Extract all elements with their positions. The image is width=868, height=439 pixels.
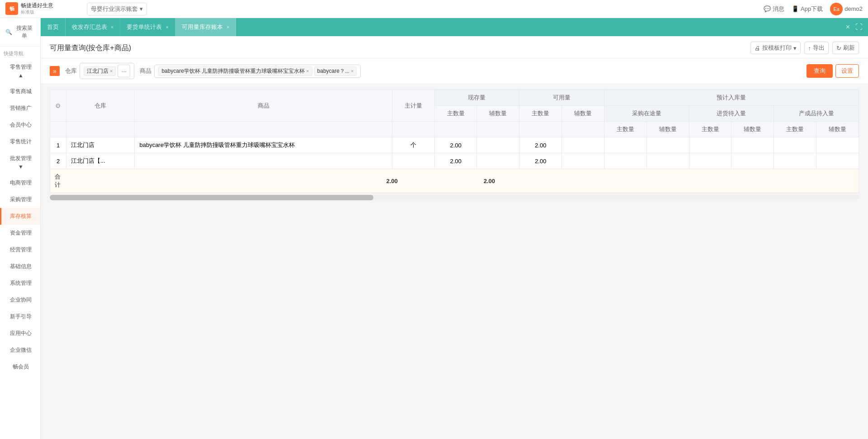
ecommerce-label: 电商管理 (10, 179, 32, 187)
tab-bar-actions: × ⛶ (844, 21, 868, 33)
page-title: 可用量查询(按仓库+商品) (50, 43, 131, 53)
main-layout: 🔍 搜索菜单 快捷导航 零售管理 ▲ 零售商城 营销推广 会员中心 零售统计 批… (0, 18, 868, 439)
tab-close-all-btn[interactable]: × (844, 21, 852, 33)
sidebar-item-basic[interactable]: 基础信息 (0, 258, 40, 275)
col-current-stock-header: 现存量 (434, 90, 519, 106)
settings-btn[interactable]: 设置 (835, 64, 859, 78)
app-download-icon: 📱 (792, 5, 799, 12)
row-current-main: 2.00 (434, 153, 477, 169)
logo-icon: 畅 (5, 2, 18, 15)
sidebar-item-apps[interactable]: 应用中心 (0, 325, 40, 342)
sidebar-search-area: 🔍 搜索菜单 (0, 18, 40, 47)
produced-aux-header: 辅数量 (816, 122, 859, 137)
col-empty7 (519, 122, 562, 137)
wholesale-expand-icon: ▼ (18, 164, 24, 170)
product-tag1-text: babycare学饮杯 儿童防摔防撞吸管杯重力球吸嘴杯宝宝水杯 (161, 67, 305, 75)
content-area: 首页 收发存汇总表 × 要货单统计表 × 可用量库存账本 × × ⛶ (41, 18, 868, 439)
sidebar-item-purchase[interactable]: 采购管理 (0, 191, 40, 208)
product-tag2-close[interactable]: × (351, 68, 354, 74)
filter-actions: 查询 设置 (807, 64, 859, 78)
sidebar-item-system[interactable]: 系统管理 (0, 275, 40, 292)
purchase-main-header: 主数量 (604, 122, 646, 137)
tab-order-stat-close[interactable]: × (165, 24, 168, 30)
row-current-aux (477, 137, 519, 153)
col-empty1 (50, 122, 66, 137)
available-main-qty-header: 主数量 (519, 106, 562, 122)
filter-expand-btn[interactable]: » (50, 66, 60, 76)
product-filter: 商品 babycare学饮杯 儿童防摔防撞吸管杯重力球吸嘴杯宝宝水杯 × bab… (140, 65, 361, 78)
app-download-label: App下载 (801, 5, 823, 13)
search-icon: 🔍 (5, 29, 12, 35)
refresh-label: 刷新 (843, 44, 855, 52)
app-download-btn[interactable]: 📱 App下载 (792, 5, 823, 13)
warehouse-tag-close[interactable]: × (110, 68, 113, 74)
top-bar-right: 💬 消息 📱 App下载 Ea demo2 (764, 3, 863, 15)
template-print-label: 按模板打印 (762, 44, 792, 52)
template-print-btn[interactable]: 🖨 按模板打印 ▾ (750, 42, 801, 54)
basic-label: 基础信息 (10, 263, 32, 270)
horizontal-scrollbar[interactable] (50, 195, 859, 200)
row-produced-main (774, 137, 816, 153)
inventory-label: 库存核算 (10, 212, 32, 220)
row-product (135, 153, 392, 169)
tab-home[interactable]: 首页 (41, 18, 66, 36)
row-incoming-aux (731, 153, 774, 169)
tab-order-stat[interactable]: 要货单统计表 × (120, 18, 175, 36)
purchase-aux-header: 辅数量 (646, 122, 689, 137)
message-btn[interactable]: 💬 消息 (764, 5, 784, 13)
sidebar-item-wechat[interactable]: 企业微信 (0, 342, 40, 359)
sidebar-item-inventory[interactable]: 库存核算 (0, 208, 40, 225)
tab-available-stock-close[interactable]: × (226, 24, 229, 30)
table-area: ⚙ 仓库 商品 主计量 现存量 可用量 预计入库量 主数量 辅数量 (41, 84, 868, 439)
sidebar-item-newbie[interactable]: 新手引导 (0, 308, 40, 325)
row-product: babycare学饮杯 儿童防摔防撞吸管杯重力球吸嘴杯宝宝水杯 (135, 137, 392, 153)
tab-fullscreen-btn[interactable]: ⛶ (854, 21, 864, 33)
sidebar-item-retail-stat[interactable]: 零售统计 (0, 133, 40, 150)
row-current-aux (477, 153, 519, 169)
page-content: 可用量查询(按仓库+商品) 🖨 按模板打印 ▾ ↑ 导出 ↻ 刷新 (41, 36, 868, 439)
apps-label: 应用中心 (10, 330, 32, 337)
warehouse-tag: 江北门店 × (84, 66, 116, 76)
row-available-aux (562, 153, 604, 169)
footer-current-main: 2.00 (368, 178, 416, 184)
store-selector[interactable]: 母婴行业演示账套 ▾ (87, 3, 147, 15)
sidebar-item-enterprise[interactable]: 企业协同 (0, 292, 40, 308)
row-produced-main (774, 153, 816, 169)
warehouse-input[interactable]: 江北门店 × ··· (80, 63, 134, 79)
wechat-label: 企业微信 (10, 346, 32, 354)
sidebar-item-vip[interactable]: 畅会员 (0, 359, 40, 375)
tab-receive-pay[interactable]: 收发存汇总表 × (66, 18, 120, 36)
column-settings-icon[interactable]: ⚙ (55, 102, 61, 109)
sidebar-item-retail-mall[interactable]: 零售商城 (0, 83, 40, 100)
sidebar-item-operation[interactable]: 经营管理 (0, 241, 40, 258)
refresh-btn[interactable]: ↻ 刷新 (832, 42, 859, 54)
sidebar-item-retail[interactable]: 零售管理 ▲ (0, 59, 40, 83)
user-profile[interactable]: Ea demo2 (830, 3, 863, 15)
row-no: 1 (50, 137, 66, 153)
row-no: 2 (50, 153, 66, 169)
sidebar-item-wholesale[interactable]: 批发管理 ▼ (0, 150, 40, 175)
query-btn[interactable]: 查询 (807, 64, 833, 78)
tab-available-stock[interactable]: 可用量库存账本 × (175, 18, 236, 36)
sidebar-item-marketing[interactable]: 营销推广 (0, 100, 40, 117)
product-tag1-close[interactable]: × (306, 68, 309, 74)
export-btn[interactable]: ↑ 导出 (804, 42, 829, 54)
user-avatar: Ea (830, 3, 843, 15)
product-input[interactable]: babycare学饮杯 儿童防摔防撞吸管杯重力球吸嘴杯宝宝水杯 × babyca… (154, 65, 361, 78)
retail-mall-label: 零售商城 (10, 88, 32, 95)
warehouse-more[interactable]: ··· (118, 65, 130, 77)
product-tag2: babycare？... × (314, 66, 357, 76)
app-name: 畅捷通好生意 (21, 2, 53, 9)
data-table: ⚙ 仓库 商品 主计量 现存量 可用量 预计入库量 主数量 辅数量 (50, 90, 859, 169)
sidebar-item-finance[interactable]: 资金管理 (0, 225, 40, 241)
row-incoming-main (689, 153, 731, 169)
warehouse-filter: 仓库 江北门店 × ··· (65, 63, 134, 79)
marketing-label: 营销推广 (10, 104, 32, 112)
search-menu-btn[interactable]: 🔍 搜索菜单 (4, 23, 37, 42)
sidebar-item-member[interactable]: 会员中心 (0, 117, 40, 133)
scrollbar-thumb[interactable] (50, 195, 373, 200)
incoming-main-header: 主数量 (689, 122, 731, 137)
tab-receive-pay-close[interactable]: × (111, 24, 113, 30)
template-print-icon: 🖨 (755, 45, 760, 52)
sidebar-item-ecommerce[interactable]: 电商管理 (0, 175, 40, 191)
